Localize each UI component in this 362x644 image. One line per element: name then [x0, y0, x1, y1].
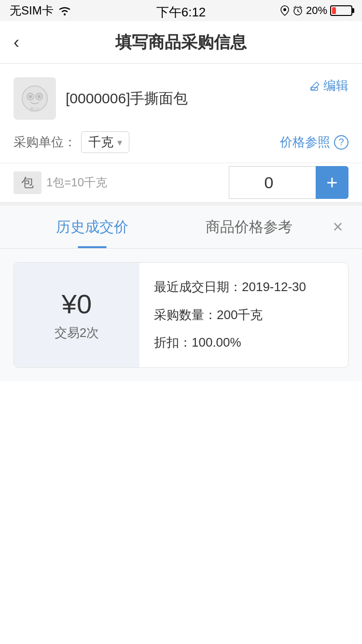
discount-value: 100.00%	[192, 335, 241, 350]
price-value: 0	[77, 289, 92, 319]
svg-point-7	[38, 95, 41, 98]
quantity-unit-info: 包 1包=10千克	[14, 171, 107, 194]
product-thumbnail: 数计	[14, 77, 56, 120]
recent-date-value: 2019-12-30	[242, 280, 306, 294]
status-time: 下午6:12	[156, 4, 206, 21]
price-ref-circle-icon: ?	[334, 135, 348, 150]
status-right: 20%	[280, 4, 352, 17]
purchase-quantity-label: 采购数量：	[154, 308, 217, 322]
edit-button[interactable]: 编辑	[310, 77, 348, 94]
product-name: [0000006]手撕面包	[66, 89, 188, 109]
purchase-quantity-value: 200千克	[217, 308, 263, 322]
carrier-text: 无SIM卡	[10, 3, 54, 18]
page-title: 填写商品采购信息	[115, 31, 247, 54]
svg-point-6	[29, 95, 32, 98]
product-header: 数计 [0000006]手撕面包 编辑	[14, 77, 348, 120]
product-logo-icon: 数计	[20, 84, 49, 113]
unit-value: 千克	[88, 134, 113, 151]
cards-section: ¥0 交易2次 最近成交日期：2019-12-30 采购数量：200千克 折扣：…	[0, 249, 362, 381]
nav-bar: ‹ 填写商品采购信息	[0, 21, 362, 64]
edit-label: 编辑	[323, 77, 348, 94]
quantity-section: 包 1包=10千克 +	[0, 163, 362, 206]
unit-label: 采购单位：	[14, 134, 76, 151]
price-transactions: 交易2次	[55, 324, 99, 341]
tab-product-label: 商品价格参考	[206, 217, 292, 237]
unit-row-left: 采购单位： 千克 ▾	[14, 131, 129, 153]
recent-date-label: 最近成交日期：	[154, 280, 242, 294]
tab-history-label: 历史成交价	[56, 217, 128, 237]
product-title: 手撕面包	[130, 90, 188, 106]
price-recent-date-row: 最近成交日期：2019-12-30	[154, 277, 334, 297]
price-ref-button[interactable]: 价格参照 ?	[280, 134, 348, 151]
currency-symbol: ¥	[62, 289, 77, 319]
battery-fill	[332, 7, 336, 14]
unit-conversion: 1包=10千克	[46, 175, 107, 190]
tabs-close-button[interactable]: ×	[327, 216, 348, 238]
unit-dropdown-arrow: ▾	[117, 137, 122, 148]
product-left: 数计 [0000006]手撕面包	[14, 77, 188, 120]
tab-product-price[interactable]: 商品价格参考	[170, 206, 327, 248]
price-amount: ¥0	[62, 288, 92, 320]
svg-point-1	[283, 8, 286, 11]
tab-active-indicator	[78, 246, 107, 248]
svg-text:数计: 数计	[30, 107, 40, 112]
tab-history-price[interactable]: 历史成交价	[14, 206, 170, 248]
back-button[interactable]: ‹	[14, 32, 19, 53]
price-card-left: ¥0 交易2次	[14, 263, 139, 367]
product-section: 数计 [0000006]手撕面包 编辑 采购单位： 千克 ▾ 价格参照 ?	[0, 64, 362, 163]
wifi-icon	[57, 5, 72, 16]
product-id: [0000006]	[66, 90, 130, 106]
bottom-space	[0, 381, 362, 644]
price-discount-row: 折扣：100.00%	[154, 333, 334, 353]
status-bar: 无SIM卡 下午6:12 20%	[0, 0, 362, 21]
quantity-controls: +	[229, 166, 348, 199]
price-card-right: 最近成交日期：2019-12-30 采购数量：200千克 折扣：100.00%	[139, 263, 348, 367]
price-quantity-row: 采购数量：200千克	[154, 305, 334, 325]
unit-selector[interactable]: 千克 ▾	[81, 131, 129, 153]
discount-label: 折扣：	[154, 335, 192, 350]
edit-icon	[310, 81, 320, 91]
plus-icon: +	[326, 173, 337, 192]
location-icon	[280, 5, 290, 16]
unit-badge: 包	[14, 171, 42, 194]
quantity-plus-button[interactable]: +	[316, 166, 348, 199]
price-card: ¥0 交易2次 最近成交日期：2019-12-30 采购数量：200千克 折扣：…	[14, 262, 348, 368]
alarm-icon	[292, 5, 303, 16]
battery-percent: 20%	[306, 4, 327, 17]
battery-icon	[330, 5, 352, 16]
status-carrier: 无SIM卡	[10, 3, 72, 18]
quantity-input[interactable]	[229, 166, 316, 199]
product-unit-row: 采购单位： 千克 ▾ 价格参照 ?	[14, 131, 348, 153]
svg-point-0	[64, 14, 66, 15]
price-ref-label: 价格参照	[280, 134, 330, 151]
tabs-section: 历史成交价 商品价格参考 ×	[0, 206, 362, 249]
tabs-header: 历史成交价 商品价格参考 ×	[0, 206, 362, 248]
